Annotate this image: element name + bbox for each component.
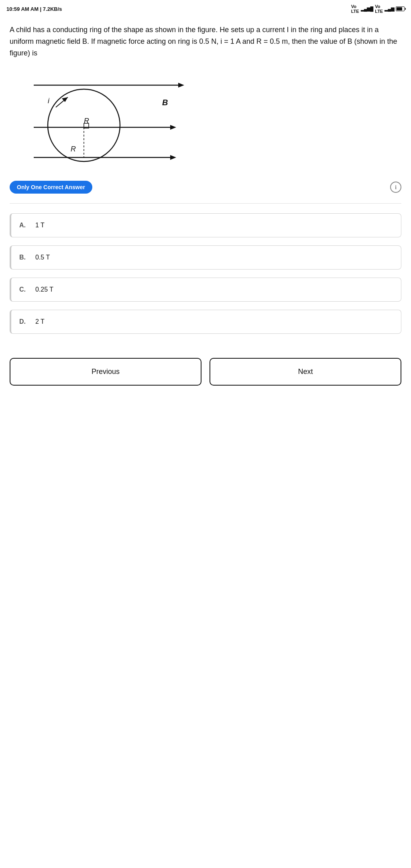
answer-type-badge: Only One Correct Answer [10,181,92,194]
battery-icon [396,6,405,11]
option-c[interactable]: C. 0.25 T [10,278,401,302]
option-b-value: 0.5 T [35,254,50,261]
previous-button[interactable]: Previous [10,358,201,386]
option-b[interactable]: B. 0.5 T [10,245,401,270]
option-a-value: 1 T [35,222,45,229]
navigation-buttons: Previous Next [0,350,411,398]
options-list: A. 1 T B. 0.5 T C. 0.25 T D. 2 T [10,213,401,334]
status-time-network: 10:59 AM AM | 7.2KB/s [6,6,62,12]
option-b-label: B. [19,254,29,261]
svg-text:R: R [71,145,76,153]
svg-marker-3 [170,125,176,130]
signal-bars-2: ▂▄▆ [385,6,394,12]
next-button[interactable]: Next [210,358,401,386]
option-d[interactable]: D. 2 T [10,310,401,334]
info-icon[interactable]: i [390,182,401,193]
svg-text:i: i [48,97,50,105]
badge-row: Only One Correct Answer i [10,181,401,194]
diagram-container: i R R B [10,65,401,171]
physics-diagram: i R R B [10,65,194,170]
option-d-value: 2 T [35,318,45,325]
lte-icon-1: VoLTE [351,4,359,14]
status-icons: VoLTE ▂▄▆█ VoLTE ▂▄▆ [351,4,405,14]
question-text: A child has a conducting ring of the sha… [10,24,401,59]
option-a-label: A. [19,222,29,229]
option-a[interactable]: A. 1 T [10,213,401,237]
svg-text:R: R [84,117,89,125]
option-c-label: C. [19,286,29,293]
option-c-value: 0.25 T [35,286,53,293]
status-bar: 10:59 AM AM | 7.2KB/s VoLTE ▂▄▆█ VoLTE ▂… [0,0,411,16]
main-content: A child has a conducting ring of the sha… [0,16,411,334]
option-d-label: D. [19,318,29,325]
signal-bars-1: ▂▄▆█ [361,6,374,12]
svg-text:B: B [162,98,168,107]
svg-marker-1 [178,83,184,88]
svg-marker-5 [170,155,176,160]
section-divider [10,203,401,204]
lte-icon-2: VoLTE [375,4,383,14]
